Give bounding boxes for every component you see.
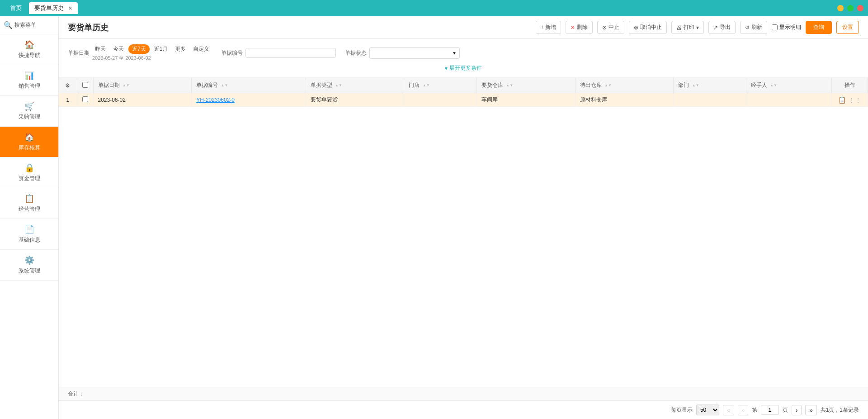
top-bar: 首页 要货单历史 ✕ − □ ✕ [0,0,868,16]
col-check [77,78,93,93]
new-button[interactable]: + 新增 [536,21,561,34]
sort-icon: ▲▼ [506,83,513,87]
settings-icon[interactable]: ⚙ [65,82,70,89]
col-settings[interactable]: ⚙ [59,78,77,93]
pagination: 每页显示 10 20 50 100 « ‹ 第 页 › » 共1页，1条记录 [59,400,868,419]
first-page-button[interactable]: « [723,405,734,415]
date-range-display: 2023-05-27 至 2023-06-02 [92,55,212,62]
sidebar-item-basic-info[interactable]: 📄 基础信息 [0,219,58,250]
filter-doc-number: 单据编号 [221,48,336,58]
sidebar: 🔍 搜索菜单 🏠 快捷导航 📊 销售管理 🛒 采购管理 🏠 库存核算 🔒 资金管… [0,16,59,419]
tab-home[interactable]: 首页 [5,2,27,14]
expand-label: 展开更多条件 [449,64,482,72]
show-detail-checkbox[interactable] [772,24,778,30]
select-all-checkbox[interactable] [82,82,88,88]
page-header: 要货单历史 + 新增 ✕ 删除 ⊗ 中止 ⊗ 取消中止 🖨 [59,16,868,39]
sidebar-item-inventory[interactable]: 🏠 库存核算 [0,127,58,157]
sidebar-item-quick-nav[interactable]: 🏠 快捷导航 [0,34,58,65]
page-jump-label: 第 [752,406,757,414]
col-handler[interactable]: 经手人 ▲▼ [746,78,831,93]
sidebar-item-sales-mgmt[interactable]: 📊 销售管理 [0,65,58,96]
delete-button[interactable]: ✕ 删除 [566,21,593,34]
doc-status-select[interactable]: ▾ [369,47,460,59]
sidebar-item-ops-mgmt[interactable]: 📋 经营管理 [0,188,58,219]
date-btn-custom[interactable]: 自定义 [190,44,212,54]
sort-icon: ▲▼ [692,83,699,87]
date-btn-1month[interactable]: 近1月 [151,44,171,54]
action-icons: 📋 ⋮⋮ [836,96,863,104]
query-button[interactable]: 查询 [806,21,832,34]
row-number: 1 [66,97,69,103]
maximize-button[interactable]: □ [847,5,854,11]
pending-warehouse-value: 原材料仓库 [580,96,607,103]
expand-more-btn[interactable]: ▾ 展开更多条件 [68,64,859,72]
col-doc-type[interactable]: 单据类型 ▲▼ [306,78,404,93]
pagination-summary: 共1页，1条记录 [821,406,859,414]
page-number-input[interactable] [761,405,779,415]
sidebar-search[interactable]: 🔍 搜索菜单 [0,16,58,34]
cell-check [77,93,93,107]
row-checkbox[interactable] [82,96,88,102]
col-pending-warehouse[interactable]: 待出仓库 ▲▼ [575,78,674,93]
sort-icon: ▲▼ [604,83,612,87]
cell-doc-number: YH-20230602-0 [192,93,306,107]
content-area: 要货单历史 + 新增 ✕ 删除 ⊗ 中止 ⊗ 取消中止 🖨 [59,16,868,419]
ops-icon: 📋 [24,194,34,204]
col-req-warehouse[interactable]: 要货仓库 ▲▼ [476,78,575,93]
print-button[interactable]: 🖨 打印 ▾ [671,21,704,34]
edit-icon[interactable]: 📋 [838,96,846,104]
doc-number-input[interactable] [245,48,336,58]
doc-status-label: 单据状态 [345,49,367,57]
date-btn-today[interactable]: 今天 [110,44,127,54]
date-btn-more[interactable]: 更多 [172,44,189,54]
col-doc-number[interactable]: 单据编号 ▲▼ [192,78,306,93]
date-filter-label: 单据日期 [68,49,90,57]
col-store[interactable]: 门店 ▲▼ [404,78,476,93]
sidebar-item-finance-mgmt[interactable]: 🔒 资金管理 [0,157,58,188]
cart-icon: 🛒 [24,101,34,111]
sidebar-item-label: 采购管理 [19,113,40,121]
col-department[interactable]: 部门 ▲▼ [674,78,746,93]
prev-page-button[interactable]: ‹ [738,405,748,415]
per-page-label: 每页显示 [671,406,693,414]
doc-type-value: 要货单要货 [311,96,338,103]
sidebar-item-label: 快捷导航 [19,52,40,59]
sort-icon: ▲▼ [221,83,228,87]
date-quick-buttons: 昨天 今天 近7天 近1月 更多 自定义 [92,44,212,54]
settings-button[interactable]: 设置 [836,21,859,34]
refresh-button[interactable]: ↺ 刷新 [740,21,767,34]
per-page-select[interactable]: 10 20 50 100 [696,405,719,415]
chart-icon: 📊 [24,71,34,81]
inventory-icon: 🏠 [24,132,34,142]
next-page-button[interactable]: › [792,405,802,415]
export-button[interactable]: ↗ 导出 [708,21,736,34]
page-label: 页 [783,406,788,414]
sidebar-item-label: 库存核算 [19,144,40,152]
col-operation: 操作 [832,78,868,93]
tab-close-icon[interactable]: ✕ [68,5,72,11]
sidebar-item-sys-mgmt[interactable]: ⚙️ 系统管理 [0,250,58,281]
cell-handler [746,93,831,107]
cancel-stop-button[interactable]: ⊗ 取消中止 [629,21,667,34]
doc-number-link[interactable]: YH-20230602-0 [196,97,235,103]
sidebar-item-label: 经营管理 [19,205,40,213]
sidebar-item-purchase-mgmt[interactable]: 🛒 采购管理 [0,96,58,127]
more-icon[interactable]: ⋮⋮ [849,96,861,104]
show-detail-checkbox-label[interactable]: 显示明细 [772,24,801,31]
close-button[interactable]: ✕ [857,5,863,11]
last-page-button[interactable]: » [805,405,816,415]
col-doc-date[interactable]: 单据日期 ▲▼ [93,78,192,93]
stop-button[interactable]: ⊗ 中止 [597,21,624,34]
refresh-label: 刷新 [751,24,762,31]
search-icon: 🔍 [4,21,13,29]
date-btn-yesterday[interactable]: 昨天 [92,44,108,54]
tab-requisition-history[interactable]: 要货单历史 ✕ [29,2,78,14]
total-label: 合计： [68,390,84,398]
filter-date: 单据日期 昨天 今天 近7天 近1月 更多 自定义 2023-05-27 至 2… [68,44,212,62]
cell-operation: 📋 ⋮⋮ [832,93,868,107]
date-btn-7days[interactable]: 近7天 [128,44,150,54]
table-header-row: ⚙ 单据日期 ▲▼ 单据编号 ▲▼ [59,78,868,93]
delete-label: 删除 [577,24,588,31]
table-footer: 合计： [59,387,868,400]
minimize-button[interactable]: − [837,5,844,11]
